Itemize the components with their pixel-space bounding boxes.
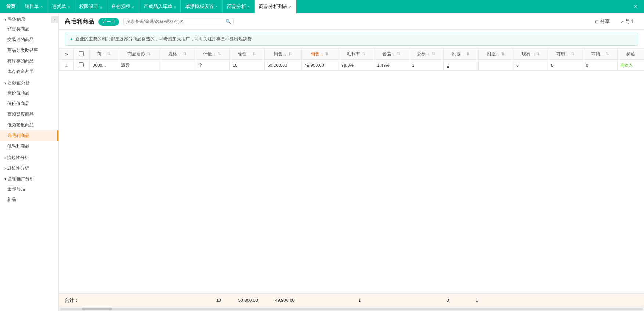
sidebar-group-growth-analysis[interactable]: › 成长性分析 — [0, 162, 58, 173]
col-transaction[interactable]: 交易... ⇅ — [409, 49, 444, 60]
close-doc-template[interactable]: × — [215, 4, 217, 9]
col-browse1[interactable]: 浏览... ⇅ — [443, 49, 478, 60]
footer-sales-amount: 50,000.00 — [224, 298, 261, 303]
header-actions: ⊞ 分享 ↗ 导出 — [592, 17, 638, 26]
sort-icon-available: ⇅ — [571, 51, 575, 57]
col-sellable[interactable]: 可销... ⇅ — [583, 49, 618, 60]
tab-product-analysis-list[interactable]: 商品分析列表 × — [255, 0, 296, 13]
sidebar-item-traded-products[interactable]: 交易过的商品 — [0, 35, 58, 45]
col-sales-qty[interactable]: 销售... ⇅ — [230, 49, 265, 60]
close-permission-settings[interactable]: × — [100, 4, 102, 9]
search-box: 🔍 — [123, 18, 234, 25]
expand-arrow-overall-info: ▾ — [4, 17, 6, 21]
sort-icon-browse2: ⇅ — [501, 51, 505, 57]
content-header: 高毛利商品 近一月 🔍 ⊞ 分享 ↗ 导出 — [59, 13, 644, 30]
scroll-thumb[interactable] — [82, 308, 112, 310]
cell-available: 0 — [548, 60, 583, 71]
footer-available: 0 — [452, 298, 481, 303]
browse1-link[interactable]: 0 — [447, 63, 449, 68]
row-checkbox[interactable] — [79, 62, 84, 67]
close-sales-order[interactable]: × — [40, 4, 43, 9]
tab-doc-template[interactable]: 单据模板设置 × — [181, 0, 222, 13]
col-gross-margin[interactable]: 毛利率 ⇅ — [338, 49, 374, 60]
col-available[interactable]: 可用... ⇅ — [548, 49, 583, 60]
sidebar-item-new-products[interactable]: 新品 — [0, 194, 58, 205]
scroll-track[interactable] — [60, 308, 643, 310]
sidebar-group-marketing-analysis[interactable]: ▾ 营销推广分析 — [0, 173, 58, 184]
col-sales-profit[interactable]: 销售... ⇅ — [301, 49, 338, 60]
content-area: 高毛利商品 近一月 🔍 ⊞ 分享 ↗ 导出 ✦ 企业的主要的利润都是这部分商品创… — [59, 13, 644, 311]
close-role-permissions[interactable]: × — [132, 4, 134, 9]
close-product-entry[interactable]: × — [174, 4, 176, 9]
tab-home[interactable]: 首页 — [1, 0, 20, 13]
sidebar-group-overall-info[interactable]: ▾ 整体信息 — [0, 13, 58, 24]
sidebar-item-capital-occupation[interactable]: 库存资金占用 — [0, 66, 58, 77]
window-close-button[interactable]: × — [629, 0, 643, 13]
cell-sales-profit: 49,900.00 — [301, 60, 338, 71]
sort-icon-sales-profit: ⇅ — [325, 51, 329, 57]
sidebar-collapse-button[interactable]: « — [51, 16, 58, 23]
tab-sales-order[interactable]: 销售单 × — [20, 0, 47, 13]
tab-product-analysis[interactable]: 商品分析 × — [223, 0, 255, 13]
filter-recent-month-button[interactable]: 近一月 — [98, 18, 119, 26]
tab-permission-settings[interactable]: 权限设置 × — [75, 0, 107, 13]
footer-sales-profit: 49,900.00 — [261, 298, 298, 303]
export-button[interactable]: ↗ 导出 — [617, 17, 638, 26]
col-code[interactable]: 商... ⇅ — [89, 49, 118, 60]
sidebar-item-high-freq[interactable]: 高频繁度商品 — [0, 109, 58, 120]
close-purchase[interactable]: × — [68, 4, 70, 9]
col-current-stock[interactable]: 现有... ⇅ — [513, 49, 548, 60]
product-table: ⚙ 商... ⇅ 商品名称 ⇅ 规格... — [59, 48, 644, 71]
cell-sellable: 0 — [583, 60, 618, 71]
sidebar-item-low-value[interactable]: 低价值商品 — [0, 98, 58, 109]
close-product-analysis[interactable]: × — [248, 4, 250, 9]
tab-role-permissions[interactable]: 角色授权 × — [107, 0, 139, 13]
cell-spec — [160, 60, 195, 71]
select-all-checkbox[interactable] — [79, 51, 84, 56]
info-banner: ✦ 企业的主要的利润都是这部分商品创造的，可考虑加大推广，同时关注库存是不要出现… — [65, 33, 638, 46]
cell-tag: 高收入 — [618, 60, 644, 71]
col-settings[interactable]: ⚙ — [59, 49, 74, 60]
table-row: 1 0000... 运费 个 10 50,000.00 49,900.00 99… — [59, 60, 644, 71]
footer-empty1 — [298, 298, 320, 303]
expand-arrow-growth-analysis: › — [4, 166, 6, 170]
sidebar-item-product-contribution-rate[interactable]: 商品分类助销率 — [0, 45, 58, 56]
search-input[interactable] — [126, 19, 224, 24]
share-button[interactable]: ⊞ 分享 — [592, 17, 613, 26]
cell-transaction: 1 — [409, 60, 444, 71]
col-browse2[interactable]: 浏览... ⇅ — [478, 49, 513, 60]
sidebar-item-low-freq[interactable]: 低频繁度商品 — [0, 120, 58, 130]
footer-current-stock: 0 — [422, 298, 452, 303]
sidebar-item-all-products[interactable]: 全部商品 — [0, 184, 58, 194]
row-checkbox-cell[interactable] — [73, 60, 89, 71]
col-coverage[interactable]: 覆盖... ⇅ — [374, 49, 409, 60]
sidebar: « ▾ 整体信息 销售类商品 交易过的商品 商品分类助销率 有库存的商品 库存资… — [0, 13, 59, 311]
cell-browse1[interactable]: 0 — [443, 60, 478, 71]
sort-icon-code: ⇅ — [107, 51, 111, 57]
sidebar-item-high-value[interactable]: 高价值商品 — [0, 88, 58, 98]
close-product-analysis-list[interactable]: × — [289, 4, 291, 9]
sort-icon-browse1: ⇅ — [466, 51, 470, 57]
footer-sales-qty: 10 — [202, 298, 224, 303]
col-sales-amount[interactable]: 销售... ⇅ — [265, 49, 301, 60]
col-checkbox[interactable] — [73, 49, 89, 60]
footer-values: 10 50,000.00 49,900.00 1 0 0 — [202, 298, 481, 303]
sidebar-group-trend-analysis[interactable]: › 流趋性分析 — [0, 152, 58, 162]
sidebar-item-low-margin[interactable]: 低毛利商品 — [0, 141, 58, 152]
sidebar-item-sales-products[interactable]: 销售类商品 — [0, 24, 58, 35]
export-icon: ↗ — [620, 19, 624, 25]
sidebar-item-high-margin[interactable]: 高毛利商品 — [0, 130, 58, 141]
col-name[interactable]: 商品名称 ⇅ — [118, 49, 160, 60]
top-navigation: 首页 销售单 × 进货单 × 权限设置 × 角色授权 × 产成品入库单 × 单据… — [0, 0, 644, 13]
tab-product-entry[interactable]: 产成品入库单 × — [139, 0, 181, 13]
sidebar-item-in-stock-products[interactable]: 有库存的商品 — [0, 56, 58, 66]
sidebar-group-asset-analysis[interactable]: ▾ 贡献值分析 — [0, 77, 58, 88]
col-spec[interactable]: 规格... ⇅ — [160, 49, 195, 60]
cell-unit: 个 — [195, 60, 230, 71]
horizontal-scrollbar[interactable] — [59, 307, 644, 311]
cell-current-stock: 0 — [513, 60, 548, 71]
col-unit[interactable]: 计量... ⇅ — [195, 49, 230, 60]
search-icon[interactable]: 🔍 — [226, 19, 231, 24]
sort-icon-gross-margin: ⇅ — [362, 51, 366, 57]
tab-purchase[interactable]: 进货单 × — [47, 0, 75, 13]
